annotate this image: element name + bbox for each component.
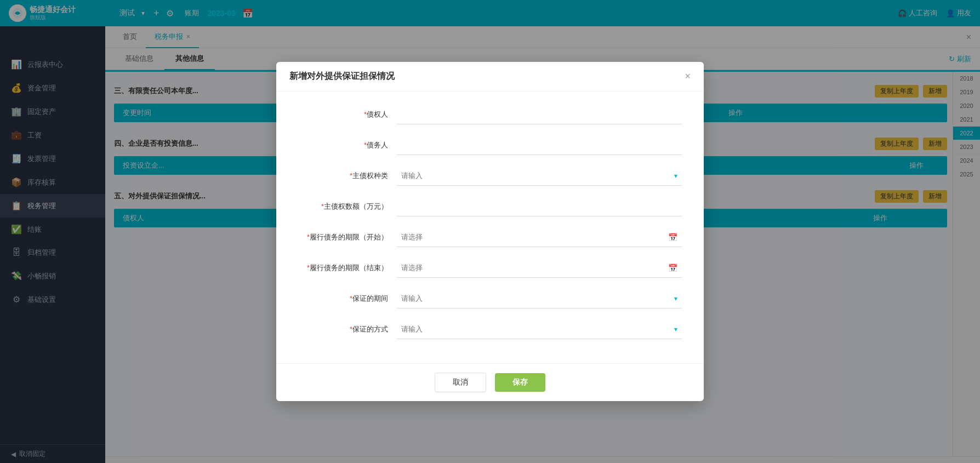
select-wrap-baozhengqijian: ▾ [397, 289, 682, 308]
required-mark-7: * [350, 294, 352, 302]
form-label-qixianjieshu: *履行债务的期限（结束） [298, 263, 397, 273]
input-zhuzhaikuanshoue[interactable] [397, 197, 682, 216]
form-row-zhaiwuren: *债务人 [298, 135, 682, 155]
select-input-baozhengfangshi[interactable] [397, 319, 682, 339]
select-arrow-baozhengqijian[interactable]: ▾ [674, 295, 677, 302]
select-input-baozhengqijian[interactable] [397, 289, 682, 308]
date-wrap-qixianjieshu: 📅 [397, 258, 682, 278]
form-row-zhuzhaikuanshoue: *主债权数额（万元） [298, 197, 682, 216]
form-label-zhuzhaikuanshoue: *主债权数额（万元） [298, 202, 397, 212]
modal-close-btn[interactable]: × [685, 71, 691, 82]
form-label-qixiankaishi: *履行债务的期限（开始） [298, 232, 397, 242]
save-button[interactable]: 保存 [495, 373, 545, 392]
select-input-zhuzhaikuanzhonglei[interactable] [397, 166, 682, 185]
calendar-icon-end[interactable]: 📅 [668, 264, 677, 272]
form-label-baozhengqijian: *保证的期间 [298, 294, 397, 304]
modal-footer: 取消 保存 [276, 363, 704, 401]
date-input-qixianjieshu[interactable] [397, 258, 682, 277]
form-label-zhuzhaikuanzhonglei: *主债权种类 [298, 171, 397, 181]
form-row-zhaiquanren: *债权人 [298, 105, 682, 124]
modal-overlay: 新增对外提供保证担保情况 × *债权人 *债务人 *主债权种类 [0, 0, 980, 463]
form-row-baozhengfangshi: *保证的方式 ▾ [298, 319, 682, 339]
calendar-icon-start[interactable]: 📅 [668, 233, 677, 242]
date-input-qixiankaishi[interactable] [397, 227, 682, 247]
select-wrap-zhuzhaikuanzhonglei: ▾ [397, 166, 682, 186]
required-mark-6: * [307, 264, 310, 272]
select-arrow-zhuzhaikuanzhonglei[interactable]: ▾ [674, 172, 677, 180]
form-row-qixiankaishi: *履行债务的期限（开始） 📅 [298, 227, 682, 247]
required-mark: * [364, 110, 367, 118]
modal-title: 新增对外提供保证担保情况 [289, 71, 395, 82]
form-row-qixianjieshu: *履行债务的期限（结束） 📅 [298, 258, 682, 278]
modal-header: 新增对外提供保证担保情况 × [276, 62, 704, 92]
required-mark-8: * [350, 325, 352, 333]
modal: 新增对外提供保证担保情况 × *债权人 *债务人 *主债权种类 [276, 62, 704, 401]
form-label-baozhengfangshi: *保证的方式 [298, 324, 397, 334]
select-arrow-baozhengfangshi[interactable]: ▾ [674, 325, 677, 333]
required-mark-4: * [321, 202, 324, 210]
cancel-button[interactable]: 取消 [435, 373, 486, 392]
form-label-zhaiwuren: *债务人 [298, 140, 397, 150]
required-mark-3: * [350, 172, 352, 180]
required-mark-2: * [364, 141, 367, 149]
select-wrap-baozhengfangshi: ▾ [397, 319, 682, 339]
required-mark-5: * [307, 233, 310, 241]
form-row-baozhengqijian: *保证的期间 ▾ [298, 289, 682, 308]
form-label-zhaiquanren: *债权人 [298, 110, 397, 119]
form-row-zhuzhaikuanzhonglei: *主债权种类 ▾ [298, 166, 682, 186]
modal-body: *债权人 *债务人 *主债权种类 ▾ [276, 92, 704, 363]
input-zhaiwuren[interactable] [397, 135, 682, 155]
date-wrap-qixiankaishi: 📅 [397, 227, 682, 247]
input-zhaiquanren[interactable] [397, 105, 682, 124]
